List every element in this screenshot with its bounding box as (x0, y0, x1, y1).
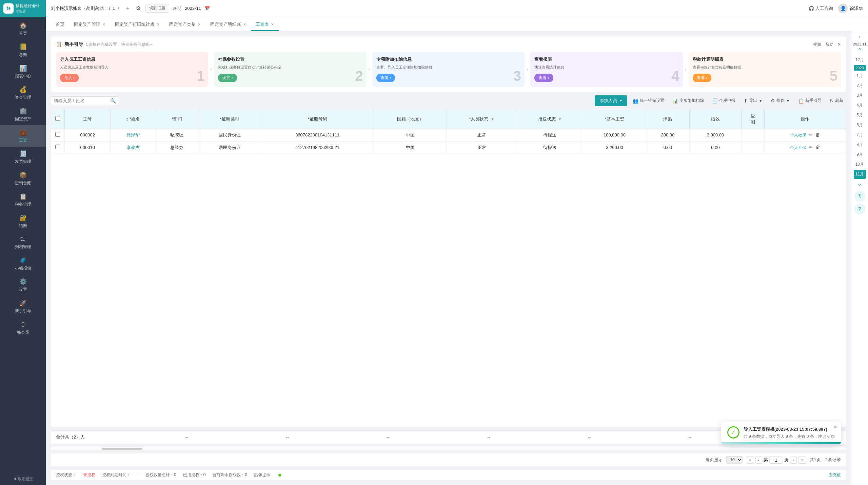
last-page-btn[interactable]: » (798, 456, 806, 464)
col-allowance: 津贴 (646, 110, 689, 129)
toast-close-button[interactable]: ✕ (833, 424, 837, 430)
row-checkbox-1[interactable] (55, 132, 60, 137)
panel-collapse-icon[interactable]: › (859, 34, 861, 39)
panel-up-nav-icon[interactable]: ⊼ (854, 191, 865, 202)
tab-home[interactable]: 首页 (51, 19, 69, 31)
social-insurance-action[interactable]: 👥 统一社保设置 (630, 96, 667, 105)
sidebar-item-ledger[interactable]: 📒 总账 (0, 40, 46, 61)
step-1-btn[interactable]: 导入 › (60, 74, 79, 82)
action-social-1[interactable]: 个人社保 (790, 133, 806, 137)
step-1-title: 导入员工工资信息 (60, 56, 204, 62)
page-size-select[interactable]: 10 20 50 (726, 456, 743, 464)
add-account-icon[interactable]: ＋ (124, 3, 132, 13)
month-2[interactable]: 2月 (854, 81, 866, 90)
switch-old-version-button[interactable]: 切到旧版 (145, 4, 169, 13)
name-link-2[interactable]: 李俊杰 (126, 145, 140, 150)
month-6[interactable]: 6月 (854, 120, 866, 130)
close-depreciation-icon[interactable]: ✕ (157, 22, 160, 27)
next-page-btn[interactable]: › (790, 456, 797, 464)
name-link-1[interactable]: 徐泽华 (126, 132, 140, 137)
sidebar-item-assets[interactable]: 🏢 固定资产 (0, 104, 46, 125)
first-page-btn[interactable]: « (746, 456, 754, 464)
step-4-btn[interactable]: 查看 › (534, 74, 553, 82)
close-asset-type-icon[interactable]: ✕ (198, 22, 201, 27)
sidebar-item-expense[interactable]: 🧳 小畅报销 (0, 253, 46, 275)
sidebar-item-closing[interactable]: 🔐 结账 (0, 211, 46, 232)
help-button[interactable]: 🎧 人工咨询 (809, 5, 833, 12)
guide-close-icon[interactable]: ✕ (837, 42, 841, 47)
panel-up-arrow[interactable]: ⌃ (857, 48, 862, 54)
month-3[interactable]: 3月 (854, 91, 866, 100)
add-person-button[interactable]: 添加人员 ▼ (595, 95, 627, 106)
emp-no-1: 000002 (64, 129, 111, 141)
sidebar-item-tax[interactable]: 📋 税务管理 (0, 189, 46, 211)
guide-action[interactable]: 📋 新手引导 (795, 96, 824, 105)
guide-step-4: 查看报表 快速查看统计信息 查看 › 4 (530, 52, 683, 87)
sidebar-item-member[interactable]: ⬡ 畅会员 (0, 317, 46, 339)
sidebar-item-newguide[interactable]: 🚀 新手引导 (0, 296, 46, 317)
search-icon[interactable]: 🔍 (110, 98, 116, 104)
col-id-type: *证照类型 (198, 110, 261, 129)
close-salary-icon[interactable]: ✕ (271, 22, 274, 27)
status-filter-icon[interactable]: ▼ (491, 117, 494, 121)
gear-icon[interactable]: ⚙ (135, 4, 142, 13)
prev-page-btn[interactable]: ‹ (755, 456, 762, 464)
edit-icon-1[interactable]: ✏ (809, 132, 813, 137)
month-1[interactable]: 1月 (854, 71, 866, 80)
tab-fixed-assets[interactable]: 固定资产管理 ✕ (69, 19, 110, 31)
export-action[interactable]: ⬆ 导出 ▼ (741, 96, 765, 105)
action-social-2[interactable]: 个人社保 (790, 145, 806, 150)
row-checkbox-2[interactable] (55, 145, 60, 149)
month-9[interactable]: 9月 (854, 150, 866, 159)
guide-help-btn[interactable]: 帮助 (825, 42, 833, 48)
sidebar-item-funds[interactable]: 💰 资金管理 (0, 82, 46, 104)
charge-link[interactable]: 去充值 (829, 472, 841, 478)
sidebar-item-reports[interactable]: 📊 报表中心 (0, 61, 46, 82)
panel-down-arrow[interactable]: ⌄ (857, 181, 862, 187)
step-5-btn[interactable]: 查看 › (693, 74, 711, 82)
down-arrow-icon: ⌄ (857, 180, 862, 187)
report-filter-icon[interactable]: ▼ (558, 117, 562, 121)
delete-icon-2[interactable]: 🗑 (815, 145, 820, 150)
month-4[interactable]: 4月 (854, 101, 866, 110)
sidebar-item-settings[interactable]: ⚙️ 设置 (0, 275, 46, 296)
tax-report-action[interactable]: 🧾 个税申报 (709, 96, 738, 105)
month-10[interactable]: 10月 (854, 160, 866, 169)
tab-asset-detail[interactable]: 固定资产明细账 ✕ (205, 19, 251, 31)
user-info[interactable]: 👤 徐泽华 (838, 4, 863, 13)
month-12[interactable]: 12月 (854, 55, 866, 64)
guide-video-btn[interactable]: 视频 (813, 42, 821, 48)
month-5[interactable]: 5月 (854, 111, 866, 120)
tab-depreciation[interactable]: 固定资产折旧统计表 ✕ (110, 19, 164, 31)
operate-action[interactable]: ⚙ 操作 ▼ (768, 96, 793, 105)
calendar-icon[interactable]: 📅 (204, 6, 210, 11)
step-3-btn[interactable]: 查看 › (376, 74, 395, 82)
special-deduction-action[interactable]: 📊 专项附加扣除 (670, 96, 707, 105)
delete-icon-1[interactable]: 🗑 (815, 132, 820, 137)
sales-icon: 📦 (19, 171, 27, 179)
guide-controls: 视频 帮助 ✕ (813, 42, 841, 48)
panel-down-nav-icon[interactable]: ⊽ (854, 204, 865, 214)
select-all-checkbox[interactable] (55, 116, 60, 121)
page-number-input[interactable] (769, 456, 783, 464)
sidebar-item-home[interactable]: 🏠 首页 (0, 18, 46, 40)
month-8[interactable]: 8月 (854, 140, 866, 149)
year-2023-badge[interactable]: 2023 (854, 65, 866, 71)
edit-icon-2[interactable]: ✏ (809, 145, 813, 150)
step-2-btn[interactable]: 设置 › (218, 74, 237, 82)
sidebar-item-invoice[interactable]: 🧾 发票管理 (0, 147, 46, 168)
month-11[interactable]: 11月 (854, 170, 866, 179)
search-input[interactable] (54, 98, 108, 103)
close-fixed-assets-icon[interactable]: ✕ (102, 22, 105, 27)
tab-salary[interactable]: 工资表 ✕ (251, 19, 279, 31)
tab-asset-type[interactable]: 固定资产类别 ✕ (164, 19, 205, 31)
horizontal-scrollbar[interactable] (51, 447, 846, 450)
close-asset-detail-icon[interactable]: ✕ (243, 22, 246, 27)
account-selector[interactable]: 刘小艳演示账套（勿删勿动！）1 ▼ (51, 5, 120, 12)
sidebar-item-salary[interactable]: 💼 工资 (0, 125, 46, 147)
month-7[interactable]: 7月 (854, 130, 866, 139)
sidebar-item-archive[interactable]: 🗂 归档管理 (0, 232, 46, 253)
refresh-action[interactable]: ↻ 刷新 (827, 96, 846, 105)
sidebar-item-sales[interactable]: 📦 进销台账 (0, 168, 46, 189)
sidebar-unpin[interactable]: ◀ 取消固定 (0, 473, 46, 485)
